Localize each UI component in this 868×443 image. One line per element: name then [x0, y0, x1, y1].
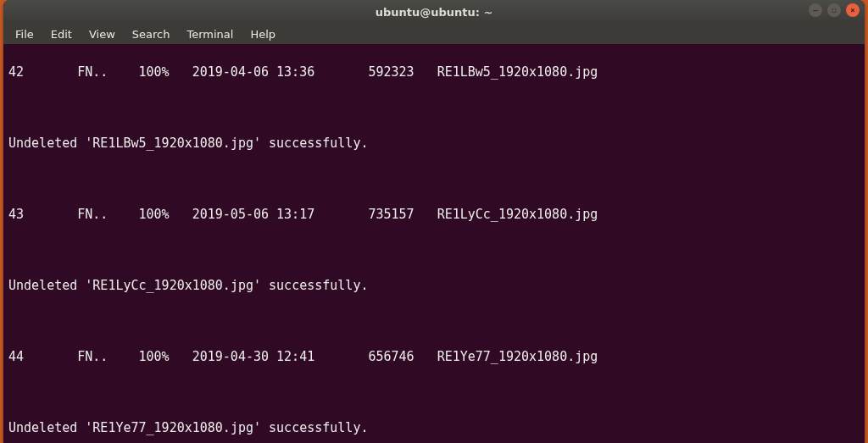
- menu-terminal[interactable]: Terminal: [180, 26, 240, 42]
- blank-line: [8, 170, 860, 188]
- col-size: 735157: [337, 206, 437, 224]
- msg-post: ' successfully.: [253, 136, 368, 151]
- col-size: 656746: [337, 348, 437, 366]
- col-pct: 100%: [139, 206, 192, 224]
- col-flag: FN..: [77, 206, 138, 224]
- window-buttons: – ◻ ×: [809, 3, 860, 17]
- msg-file: RE1Ye77_1920x1080.jpg: [92, 420, 253, 435]
- maximize-icon[interactable]: ◻: [827, 3, 841, 17]
- col-size: 592323: [337, 64, 437, 81]
- col-date: 2019-05-06 13:17: [192, 206, 338, 224]
- terminal-output[interactable]: 42FN..100%2019-04-06 13:36592323RE1LBw5_…: [3, 44, 865, 443]
- menu-help[interactable]: Help: [243, 26, 282, 42]
- col-idx: 42: [8, 64, 77, 81]
- close-icon[interactable]: ×: [846, 3, 860, 17]
- msg-pre: Undeleted ': [8, 136, 92, 151]
- menu-view[interactable]: View: [82, 26, 122, 42]
- table-row: 42FN..100%2019-04-06 13:36592323RE1LBw5_…: [8, 64, 860, 81]
- window-title: ubuntu@ubuntu: ~: [3, 6, 865, 19]
- blank-line: [8, 241, 860, 259]
- undelete-msg: Undeleted 'RE1Ye77_1920x1080.jpg' succes…: [8, 419, 860, 437]
- col-pct: 100%: [139, 348, 192, 366]
- blank-line: [8, 384, 860, 401]
- menu-search[interactable]: Search: [125, 26, 177, 42]
- undelete-msg: Undeleted 'RE1LBw5_1920x1080.jpg' succes…: [8, 135, 860, 152]
- table-row: 43FN..100%2019-05-06 13:17735157RE1LyCc_…: [8, 206, 860, 224]
- col-date: 2019-04-06 13:36: [192, 64, 338, 81]
- col-idx: 43: [8, 206, 77, 224]
- col-idx: 44: [8, 348, 77, 366]
- titlebar: ubuntu@ubuntu: ~ – ◻ ×: [3, 0, 865, 24]
- msg-pre: Undeleted ': [8, 278, 92, 293]
- col-flag: FN..: [77, 348, 138, 366]
- menu-edit[interactable]: Edit: [44, 26, 79, 42]
- menu-file[interactable]: File: [8, 26, 41, 42]
- col-name: RE1Ye77_1920x1080.jpg: [437, 349, 598, 364]
- col-name: RE1LBw5_1920x1080.jpg: [437, 64, 598, 80]
- minimize-icon[interactable]: –: [809, 3, 822, 17]
- msg-file: RE1LyCc_1920x1080.jpg: [92, 278, 253, 293]
- terminal-window: ubuntu@ubuntu: ~ – ◻ × File Edit View Se…: [3, 0, 865, 443]
- msg-file: RE1LBw5_1920x1080.jpg: [92, 136, 253, 151]
- col-name: RE1LyCc_1920x1080.jpg: [437, 207, 598, 222]
- blank-line: [8, 313, 860, 330]
- menubar: File Edit View Search Terminal Help: [3, 24, 865, 44]
- undelete-msg: Undeleted 'RE1LyCc_1920x1080.jpg' succes…: [8, 277, 860, 295]
- table-row: 44FN..100%2019-04-30 12:41656746RE1Ye77_…: [8, 348, 860, 366]
- col-pct: 100%: [139, 64, 192, 81]
- blank-line: [8, 99, 860, 117]
- col-flag: FN..: [77, 64, 138, 81]
- msg-post: ' successfully.: [253, 420, 368, 435]
- msg-post: ' successfully.: [253, 278, 368, 293]
- msg-pre: Undeleted ': [8, 420, 92, 435]
- col-date: 2019-04-30 12:41: [192, 348, 338, 366]
